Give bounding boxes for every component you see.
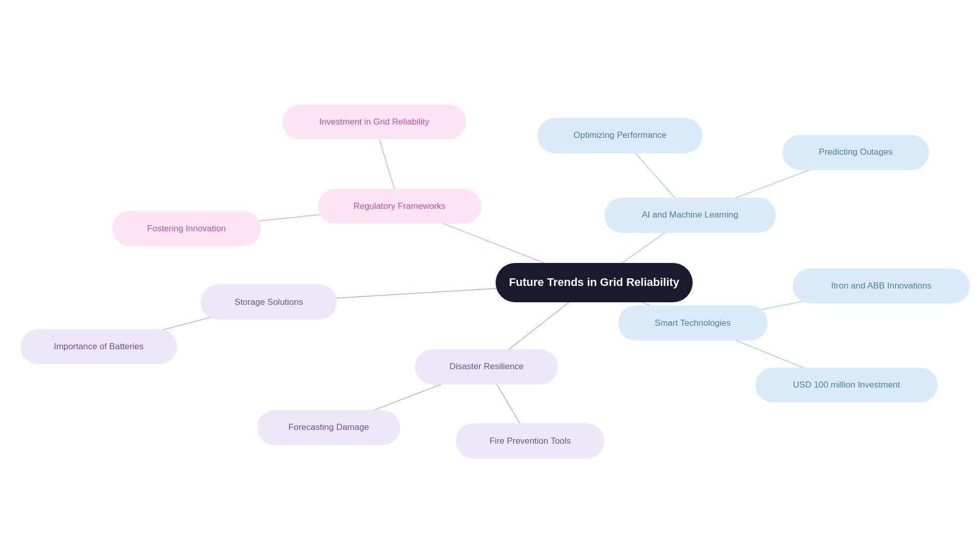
node-ai[interactable]: AI and Machine Learning: [604, 198, 776, 233]
node-importance[interactable]: Importance of Batteries: [20, 329, 177, 365]
node-usd[interactable]: USD 100 million Investment: [755, 368, 938, 403]
node-predicting[interactable]: Predicting Outages: [782, 135, 929, 170]
node-fireprevention[interactable]: Fire Prevention Tools: [456, 423, 604, 459]
node-investment[interactable]: Investment in Grid Reliability: [282, 105, 466, 140]
node-itron[interactable]: Itron and ABB Innovations: [793, 269, 970, 304]
node-disaster[interactable]: Disaster Resilience: [415, 349, 558, 384]
node-smart[interactable]: Smart Technologies: [618, 305, 768, 341]
node-storage[interactable]: Storage Solutions: [201, 284, 337, 320]
node-optimizing[interactable]: Optimizing Performance: [537, 118, 702, 153]
node-center[interactable]: Future Trends in Grid Reliability: [496, 263, 693, 302]
node-forecasting[interactable]: Forecasting Damage: [257, 410, 400, 445]
node-regulatory[interactable]: Regulatory Frameworks: [318, 189, 481, 224]
mindmap-container: Future Trends in Grid ReliabilityRegulat…: [0, 0, 980, 553]
node-fostering[interactable]: Fostering Innovation: [112, 211, 261, 246]
